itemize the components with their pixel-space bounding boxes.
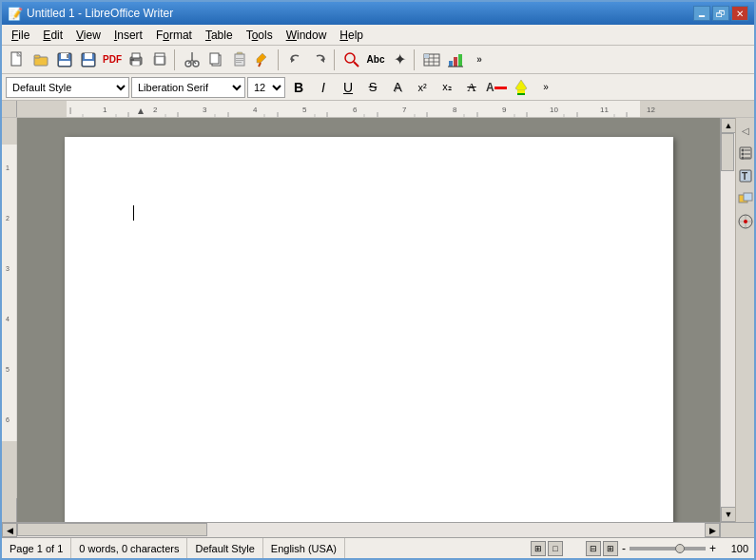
svg-rect-87 (2, 145, 17, 449)
properties-icon[interactable] (737, 145, 754, 162)
document-page[interactable] (65, 137, 673, 522)
font-color-button[interactable]: A (485, 77, 508, 98)
menu-format[interactable]: Format (150, 27, 198, 44)
svg-text:T: T (742, 171, 747, 182)
svg-rect-8 (85, 53, 92, 59)
menu-edit[interactable]: Edit (37, 27, 68, 44)
h-scroll-track[interactable] (17, 523, 705, 537)
svg-rect-86 (2, 118, 17, 145)
copy-button[interactable] (204, 48, 227, 71)
scroll-down-button[interactable]: ▼ (721, 507, 736, 522)
horizontal-ruler: | 1 2 3 4 5 6 7 8 9 10 11 12 (17, 101, 754, 117)
scrollbar-corner (720, 523, 754, 537)
svg-rect-40 (454, 57, 457, 67)
separator-1 (174, 49, 178, 70)
menu-help[interactable]: Help (334, 27, 369, 44)
styles-icon[interactable]: T (737, 167, 754, 184)
more-format-button[interactable]: » (534, 77, 557, 98)
main-toolbar: PDF (2, 46, 754, 74)
zoom-out-button[interactable]: - (622, 542, 626, 555)
navigator-icon[interactable] (737, 213, 754, 230)
insert-table-button[interactable] (420, 48, 443, 71)
svg-rect-88 (2, 441, 17, 498)
scroll-track[interactable] (721, 133, 735, 507)
svg-text:7: 7 (402, 106, 407, 114)
sidebar-toggle[interactable]: ◁ (737, 122, 754, 139)
new-button[interactable] (6, 48, 29, 71)
clear-format-button[interactable]: A (460, 77, 483, 98)
font-selector[interactable]: Liberation Serif (131, 77, 245, 98)
gallery-icon[interactable] (737, 190, 754, 207)
bold-button[interactable]: B (287, 77, 310, 98)
layout-btn-2[interactable]: ⊞ (603, 541, 618, 556)
format-paintbrush-button[interactable] (252, 48, 275, 71)
status-right: ⊞ □ ⊟ ⊞ - + 100 (531, 541, 754, 556)
menu-table[interactable]: Table (200, 27, 239, 44)
highlight-button[interactable] (510, 77, 533, 98)
menu-insert[interactable]: Insert (108, 27, 148, 44)
cut-button[interactable] (181, 48, 204, 71)
svg-rect-9 (83, 61, 94, 66)
print-preview-button[interactable] (148, 48, 171, 71)
svg-text:|: | (69, 106, 71, 114)
scroll-right-button[interactable]: ▶ (705, 523, 720, 537)
zoom-thumb[interactable] (675, 544, 685, 553)
zoom-in-button[interactable]: + (709, 542, 716, 555)
title-bar: 📝 Untitled 1 - LibreOffice Writer 🗕 🗗 ✕ (2, 2, 754, 25)
paste-button[interactable] (228, 48, 251, 71)
autocorrect-button[interactable]: ✦ (388, 48, 411, 71)
word-count-status: 0 words, 0 characters (71, 538, 187, 558)
more-toolbar-button[interactable]: » (468, 48, 491, 71)
close-button[interactable]: ✕ (731, 6, 748, 21)
view-buttons: ⊞ □ (531, 541, 563, 556)
print-button[interactable] (125, 48, 147, 71)
svg-point-101 (741, 157, 744, 160)
superscript-button[interactable]: x² (411, 77, 434, 98)
multipage-view-button[interactable]: ⊞ (531, 541, 546, 556)
underline-button[interactable]: U (337, 77, 359, 98)
side-panel: ◁ T (735, 118, 754, 522)
open-button[interactable] (29, 48, 52, 71)
svg-text:5: 5 (6, 366, 10, 373)
svg-text:1: 1 (103, 106, 107, 114)
menu-file[interactable]: File (6, 27, 35, 44)
shadow-text-button[interactable]: A (386, 77, 409, 98)
italic-button[interactable]: I (312, 77, 335, 98)
scroll-left-button[interactable]: ◀ (2, 523, 17, 537)
find-replace-button[interactable] (340, 48, 363, 71)
layout-btn-1[interactable]: ⊟ (586, 541, 601, 556)
strikethrough-button[interactable]: S (361, 77, 384, 98)
title-bar-controls: 🗕 🗗 ✕ (693, 6, 748, 21)
spell-check-button[interactable]: Abc (364, 48, 387, 71)
page-status: Page 1 of 1 (2, 538, 71, 558)
document-area[interactable] (17, 118, 720, 522)
vertical-ruler: 1 2 3 4 5 6 (2, 118, 17, 522)
ruler-corner (2, 101, 17, 117)
h-scroll-thumb[interactable] (17, 523, 207, 536)
menu-view[interactable]: View (70, 27, 107, 44)
scroll-up-button[interactable]: ▲ (721, 118, 736, 133)
redo-button[interactable] (308, 48, 331, 71)
svg-rect-6 (67, 54, 68, 58)
single-page-view-button[interactable]: □ (548, 541, 563, 556)
vertical-ruler-svg: 1 2 3 4 5 6 (2, 118, 17, 498)
export-pdf-button[interactable]: PDF (101, 48, 124, 71)
svg-text:3: 3 (6, 265, 10, 272)
language-status: English (USA) (263, 538, 345, 558)
font-size-selector[interactable]: 12 (247, 77, 285, 98)
menu-window[interactable]: Window (281, 27, 333, 44)
zoom-slider[interactable] (630, 547, 706, 550)
restore-button[interactable]: 🗗 (712, 6, 729, 21)
save-as-button[interactable] (77, 48, 100, 71)
undo-button[interactable] (284, 48, 307, 71)
svg-rect-45 (517, 93, 525, 95)
title-bar-left: 📝 Untitled 1 - LibreOffice Writer (8, 7, 173, 21)
save-button[interactable] (53, 48, 76, 71)
subscript-button[interactable]: x₂ (436, 77, 458, 98)
menu-tools[interactable]: Tools (241, 27, 279, 44)
scroll-thumb[interactable] (721, 133, 734, 171)
style-selector[interactable]: Default Style (6, 77, 129, 98)
svg-rect-47 (640, 101, 754, 117)
insert-chart-button[interactable] (444, 48, 467, 71)
minimize-button[interactable]: 🗕 (693, 6, 710, 21)
